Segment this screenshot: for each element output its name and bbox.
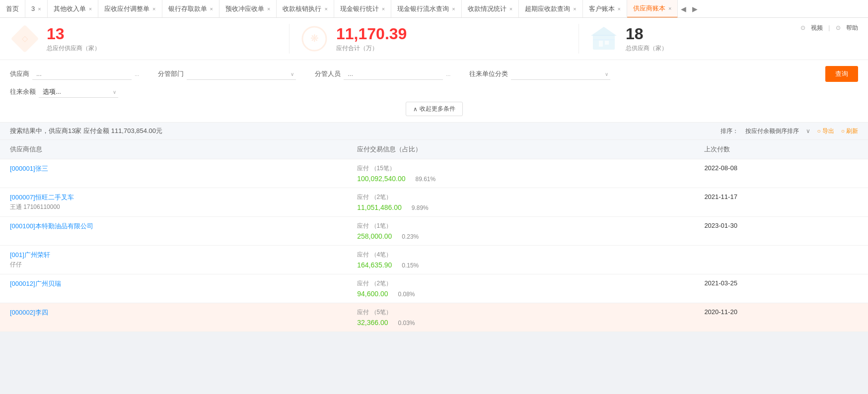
query-button[interactable]: 查询 [825, 66, 858, 82]
stat-block-payable-total: ❋ 11,170.39 应付合计（万） [299, 24, 569, 54]
nav-tab-collection[interactable]: 收款核销执行 × [277, 0, 334, 18]
stat-label-total-suppliers: 总供应商（家） [626, 44, 667, 53]
nav-arrow-right[interactable]: ▶ [689, 5, 701, 13]
nav-tab-customer[interactable]: 客户账本 × [583, 0, 627, 18]
nav-tab-income[interactable]: 其他收入单 × [48, 0, 98, 18]
last-pay-cell: 2023-01-30 [694, 217, 868, 246]
filter-person: 分管人员 ... [315, 68, 450, 80]
tx-percent: 0.15% [402, 262, 419, 269]
close-tab-customer[interactable]: × [618, 6, 621, 12]
tx-amount[interactable]: 164,635.90 [357, 261, 392, 269]
table-header: 供应商信息 应付交易信息（占比） 上次付数 [0, 140, 868, 159]
stat-number-payable-suppliers: 13 [47, 25, 100, 43]
tx-count: （4笔） [371, 251, 392, 258]
last-pay-cell: 2022-08-08 [694, 159, 868, 188]
svg-rect-4 [593, 35, 615, 50]
svg-marker-5 [591, 27, 617, 36]
dept-select-wrap: ∨ [187, 68, 296, 80]
sort-value[interactable]: 按应付余额倒序排序 [745, 127, 799, 135]
nav-tab-bank[interactable]: 银行存取款单 × [162, 0, 219, 18]
supplier-link[interactable]: [000100]本特勤油品有限公司 [10, 222, 93, 230]
export-button[interactable]: ○ 导出 [817, 127, 834, 135]
supplier-link[interactable]: [000002]李四 [10, 309, 48, 316]
last-pay-cell: 2021-11-17 [694, 188, 868, 217]
close-tab-income[interactable]: × [89, 6, 92, 12]
nav-tab-cashbank[interactable]: 现金银行统计 × [334, 0, 391, 18]
close-tab-3[interactable]: × [38, 6, 41, 12]
nav-tab-receipt-stats[interactable]: 收款情况统计 × [462, 0, 519, 18]
nav-tab-income-label: 其他收入单 [54, 4, 86, 13]
col-header-supplier: 供应商信息 [0, 140, 347, 159]
table-row: [000012]广州贝瑞应付 （2笔）94,600.000.08%2021-03… [0, 274, 868, 303]
filter-row-1: 供应商 ... 分管部门 ∨ 分管人员 ... 往来单位分类 ∨ [10, 66, 858, 82]
transaction-cell: 应付 （15笔）100,092,540.0089.61% [347, 159, 694, 188]
stat-number-payable-total: 11,170.39 [336, 25, 407, 43]
close-tab-bank[interactable]: × [210, 6, 213, 12]
supplier-input[interactable] [32, 68, 132, 80]
tx-count: （5笔） [371, 309, 392, 316]
supplier-link[interactable]: [000012]广州贝瑞 [10, 280, 61, 287]
supplier-link[interactable]: [001]广州荣轩 [10, 251, 50, 259]
tx-amount[interactable]: 94,600.00 [357, 290, 388, 298]
close-tab-cashbank[interactable]: × [382, 6, 385, 12]
supplier-cell: [000100]本特勤油品有限公司 [0, 217, 347, 246]
close-tab-receipt-stats[interactable]: × [509, 6, 512, 12]
filter-row-2: 往来余额 选项... ∨ [10, 86, 858, 98]
transaction-cell: 应付 （4笔）164,635.900.15% [347, 246, 694, 274]
balance-filter-label: 往来余额 [10, 87, 36, 96]
nav-tab-cashflow[interactable]: 现金银行流水查询 × [391, 0, 461, 18]
supplier-cell: [000012]广州贝瑞 [0, 274, 347, 303]
balance-select[interactable]: 选项... [39, 86, 118, 98]
shop-icon [589, 24, 619, 54]
stat-text-payable-suppliers: 13 总应付供应商（家） [47, 25, 100, 53]
nav-tab-3[interactable]: 3 × [25, 0, 48, 18]
results-actions: 排序： 按应付余额倒序排序 ∨ ○ 导出 ○ 刷新 [721, 127, 859, 135]
close-tab-adjust[interactable]: × [152, 6, 155, 12]
dept-select[interactable] [187, 68, 296, 80]
nav-tab-prepay[interactable]: 预收冲应收单 × [219, 0, 277, 18]
supplier-cell: [000001]张三 [0, 159, 347, 188]
close-tab-overdue[interactable]: × [573, 6, 576, 12]
supplier-cell: [000007]恒旺二手叉车王通 17106110000 [0, 188, 347, 217]
tx-bottom-row: 100,092,540.0089.61% [357, 175, 684, 183]
close-tab-cashflow[interactable]: × [452, 6, 455, 12]
nav-tab-customer-label: 客户账本 [589, 4, 615, 13]
nav-tab-overdue[interactable]: 超期应收款查询 × [519, 0, 582, 18]
supplier-link[interactable]: [000007]恒旺二手叉车 [10, 194, 74, 201]
tx-label: 应付 [357, 251, 370, 258]
close-tab-prepay[interactable]: × [267, 6, 270, 12]
nav-tab-home[interactable]: 首页 [0, 0, 25, 18]
tx-amount[interactable]: 100,092,540.00 [357, 175, 405, 183]
close-tab-supplier[interactable]: × [668, 5, 671, 11]
diamond-icon: ◇ [10, 24, 40, 54]
person-input[interactable] [344, 68, 443, 80]
header-actions: ⊙ 视频 | ⊙ 帮助 [796, 24, 859, 32]
filter-dept: 分管部门 ∨ [158, 68, 296, 80]
nav-tab-receipt-stats-label: 收款情况统计 [468, 4, 506, 13]
refresh-button[interactable]: ○ 刷新 [841, 127, 858, 135]
collapse-button[interactable]: ∧ 收起更多条件 [406, 102, 463, 116]
tx-top-row: 应付 （2笔） [357, 193, 684, 201]
video-link[interactable]: 视频 [811, 24, 823, 31]
tx-amount[interactable]: 11,051,486.00 [357, 203, 402, 211]
tx-top-row: 应付 （4笔） [357, 251, 684, 259]
nav-tab-cashflow-label: 现金银行流水查询 [397, 4, 449, 13]
person-dots-icon: ... [446, 71, 450, 77]
tx-count: （1笔） [371, 222, 392, 229]
nav-tab-supplier[interactable]: 供应商账本 × [627, 0, 678, 18]
tx-amount[interactable]: 32,366.00 [357, 319, 388, 327]
category-select[interactable] [511, 68, 610, 80]
tx-amount[interactable]: 258,000.00 [357, 232, 392, 240]
last-pay-cell [694, 246, 868, 274]
supplier-link[interactable]: [000001]张三 [10, 165, 48, 172]
close-tab-collection[interactable]: × [324, 6, 327, 12]
supplier-table: 供应商信息 应付交易信息（占比） 上次付数 [000001]张三应付 （15笔）… [0, 140, 868, 332]
nav-tab-collection-label: 收款核销执行 [283, 4, 321, 13]
tx-label: 应付 [357, 222, 370, 229]
last-pay-cell: 2021-03-25 [694, 274, 868, 303]
nav-tab-adjust[interactable]: 应收应付调整单 × [98, 0, 162, 18]
help-link[interactable]: 帮助 [846, 24, 858, 31]
nav-arrow-left[interactable]: ◀ [678, 5, 689, 13]
nav-tab-supplier-label: 供应商账本 [633, 4, 665, 13]
table-body: [000001]张三应付 （15笔）100,092,540.0089.61%20… [0, 159, 868, 332]
